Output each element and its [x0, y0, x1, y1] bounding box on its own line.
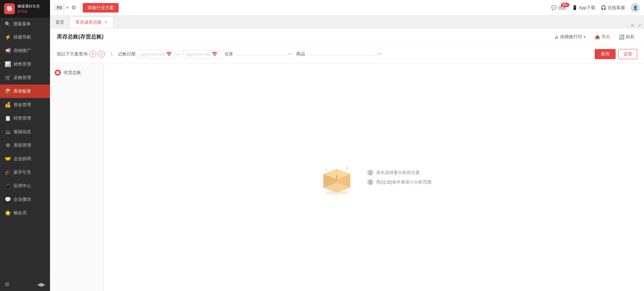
refresh-label: 刷新: [626, 34, 635, 40]
system-icon: ⚙: [5, 142, 11, 148]
sidebar-item-inventory[interactable]: 📦 库存核算: [0, 84, 50, 98]
topbar-brand-area: Rit ▾ ⚙: [54, 4, 76, 11]
filter-date-range: 记账日期 yyyy-mm-dd 📅 — yyyy-mm-dd 📅: [118, 50, 220, 58]
data-area: ! 1 请先选择要分析的方案: [104, 64, 644, 291]
svg-point-9: [321, 177, 322, 178]
tab-home-label: 首页: [55, 19, 64, 25]
tab-inventory-cost[interactable]: 库存成本总账 ✕: [70, 17, 114, 28]
purchase-icon: 🛒: [5, 75, 11, 81]
topbar-right: 💬 消息 99+ 📱 App下载 🎧 在线客服 👤: [551, 3, 640, 13]
query-button[interactable]: 查询: [595, 49, 616, 59]
sidebar-bottom: ⚙ ◀▶: [0, 277, 50, 291]
sidebar: 畅 畅捷通好生意 标准版 🔍 搜索菜单 ⚡ 快捷导航 📢 营销推广 📊 销售管理…: [0, 0, 50, 291]
export-label: 导出: [601, 34, 610, 40]
sidebar-item-system[interactable]: ⚙ 系统管理: [0, 139, 50, 152]
newbie-label: 新手引导: [14, 169, 31, 175]
brand-name: 畅捷通好生意: [18, 4, 40, 9]
step-2-text: 用[过滤]条件来缩小分析范围: [376, 179, 431, 185]
basic-info-icon: 🗂: [5, 129, 11, 135]
calendar-start-icon[interactable]: 📅: [166, 52, 172, 57]
export-button[interactable]: 📤 导出: [592, 32, 613, 41]
filter-product: 商品 ···: [296, 51, 381, 57]
topbar: Rit ▾ ⚙ 体验行业方案 💬 消息 99+ 📱 App下载 🎧 在线客服 👤: [50, 0, 644, 16]
online-support-button[interactable]: 🎧 在线客服: [601, 5, 625, 11]
app-center-icon: 📱: [5, 183, 11, 189]
sidebar-item-newbie[interactable]: 🎓 新手引导: [0, 166, 50, 179]
refresh-button[interactable]: 🔄 刷新: [616, 32, 637, 41]
sidebar-item-purchase[interactable]: 🛒 采购管理: [0, 71, 50, 84]
logo-text-block: 畅捷通好生意 标准版: [18, 4, 40, 14]
sidebar-item-marketing[interactable]: 📢 营销推广: [0, 44, 50, 57]
app-download-label: App下载: [579, 5, 595, 11]
scheme-item-inventory-ledger[interactable]: 存货总账: [50, 67, 104, 78]
calendar-end-icon[interactable]: 📅: [212, 52, 217, 57]
expand-panel-icon[interactable]: ⤢: [637, 23, 641, 28]
filter-add-button[interactable]: ＋: [90, 51, 96, 57]
user-avatar[interactable]: 👤: [630, 3, 640, 13]
sidebar-item-enterprise-wechat[interactable]: 💬 企业微信: [0, 193, 50, 206]
marketing-icon: 📢: [5, 48, 11, 54]
sidebar-item-sales[interactable]: 📊 销售管理: [0, 57, 50, 71]
search-menu-label: 搜索菜单: [13, 21, 31, 27]
svg-point-8: [346, 167, 348, 169]
enterprise-label: 企业协同: [14, 156, 31, 162]
date-end-placeholder: yyyy-mm-dd: [186, 52, 210, 57]
scheme-label: 存货总账: [64, 70, 81, 76]
main-area: Rit ▾ ⚙ 体验行业方案 💬 消息 99+ 📱 App下载 🎧 在线客服 👤: [50, 0, 644, 291]
trial-button[interactable]: 体验行业方案: [83, 3, 119, 13]
membership-icon: ⭐: [5, 210, 11, 216]
warehouse-more-button[interactable]: ···: [288, 51, 292, 57]
empty-text: 1 请先选择要分析的方案 2 用[过滤]条件来缩小分析范围: [367, 170, 431, 185]
messages-button[interactable]: 💬 消息 99+: [551, 5, 567, 11]
print-button[interactable]: 🖨 按模板打印 ▾: [552, 32, 589, 41]
system-label: 系统管理: [14, 142, 31, 148]
tab-inventory-cost-label: 库存成本总账: [75, 19, 102, 25]
sidebar-item-enterprise[interactable]: 🤝 企业协同: [0, 152, 50, 166]
tab-close-icon[interactable]: ✕: [104, 20, 108, 25]
warehouse-select[interactable]: [235, 53, 286, 56]
print-icon: 🖨: [554, 34, 559, 40]
sidebar-item-membership[interactable]: ⭐ 畅会员: [0, 206, 50, 220]
svg-text:!: !: [336, 173, 338, 182]
print-dropdown-icon[interactable]: ▾: [584, 34, 586, 40]
settings-button[interactable]: 设置: [618, 49, 637, 59]
sidebar-item-finance[interactable]: 💰 资金管理: [0, 98, 50, 112]
app-download-button[interactable]: 📱 App下载: [572, 5, 595, 11]
scheme-area: 存货总账: [50, 64, 644, 291]
product-more-button[interactable]: ···: [377, 51, 381, 57]
step-1-text: 请先选择要分析的方案: [376, 170, 420, 176]
close-panel-icon[interactable]: ✕: [630, 23, 635, 28]
product-select[interactable]: [307, 53, 375, 56]
page-header: 库存总账(存货总账) 🖨 按模板打印 ▾ 📤 导出 🔄 刷新: [50, 28, 644, 45]
step-2-number: 2: [367, 179, 373, 185]
sidebar-item-operations[interactable]: 📋 经营管理: [0, 112, 50, 125]
sidebar-item-search-menu[interactable]: 🔍 搜索菜单: [0, 18, 50, 30]
date-end-input[interactable]: yyyy-mm-dd 📅: [183, 50, 220, 58]
export-icon: 📤: [595, 34, 600, 40]
product-label: 商品: [296, 51, 305, 57]
settings-bottom-icon[interactable]: ⚙: [5, 281, 9, 288]
topbar-dropdown-icon[interactable]: ▾: [66, 5, 69, 10]
messages-badge: 99+: [561, 3, 569, 7]
page-title: 库存总账(存货总账): [57, 33, 104, 41]
page-header-actions: 🖨 按模板打印 ▾ 📤 导出 🔄 刷新: [552, 32, 637, 41]
topbar-left: Rit ▾ ⚙ 体验行业方案: [54, 3, 551, 13]
date-start-input[interactable]: yyyy-mm-dd 📅: [138, 50, 175, 58]
sidebar-item-app-center[interactable]: 📱 应用中心: [0, 179, 50, 193]
sidebar-item-quick-nav[interactable]: ⚡ 快捷导航: [0, 30, 50, 44]
empty-step-1: 1 请先选择要分析的方案: [367, 170, 431, 176]
topbar-settings-icon[interactable]: ⚙: [71, 4, 76, 11]
inventory-icon: 📦: [5, 88, 11, 94]
collapse-sidebar-icon[interactable]: ◀▶: [37, 281, 45, 288]
page-content: 库存总账(存货总账) 🖨 按模板打印 ▾ 📤 导出 🔄 刷新: [50, 28, 644, 291]
filter-collapse-button[interactable]: 《: [107, 51, 114, 57]
filter-remove-button[interactable]: ☆: [98, 51, 105, 57]
tab-home[interactable]: 首页: [50, 17, 70, 28]
filter-warehouse: 仓库 ···: [224, 51, 292, 57]
action-buttons: 查询 设置: [595, 49, 637, 59]
app-center-label: 应用中心: [14, 183, 31, 189]
empty-step-2: 2 用[过滤]条件来缩小分析范围: [367, 179, 431, 185]
quick-nav-icon: ⚡: [5, 34, 11, 40]
sidebar-item-basic-info[interactable]: 🗂 基础信息: [0, 125, 50, 139]
empty-state: ! 1 请先选择要分析的方案: [317, 157, 431, 198]
